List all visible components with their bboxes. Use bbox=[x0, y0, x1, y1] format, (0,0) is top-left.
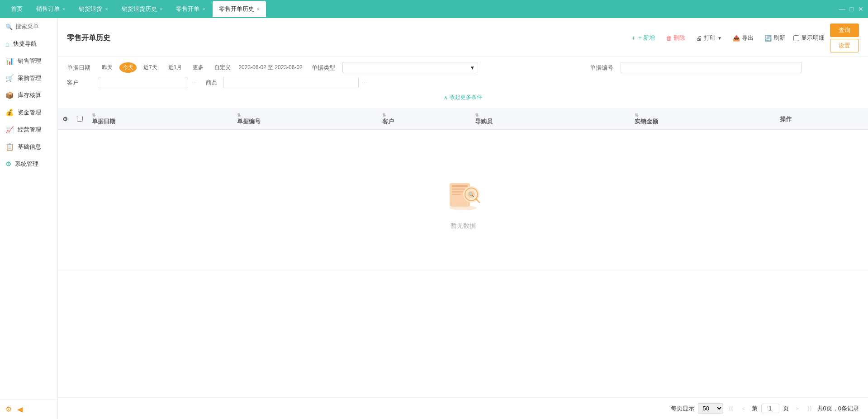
search-icon: 🔍 bbox=[5, 24, 13, 30]
tab-close-sales-order[interactable]: × bbox=[62, 6, 65, 12]
date-btn-7days[interactable]: 近7天 bbox=[139, 62, 161, 73]
select-all-checkbox[interactable] bbox=[77, 116, 83, 122]
add-button[interactable]: ＋ + 新增 bbox=[628, 32, 658, 44]
delete-button[interactable]: 🗑 删除 bbox=[663, 32, 688, 44]
tab-sales-order[interactable]: 销售订单× bbox=[30, 1, 71, 17]
sidebar-item-ops-mgmt[interactable]: 📈经营管理 bbox=[0, 121, 57, 138]
collapse-icon: ∧ bbox=[444, 94, 448, 101]
filter-area: 单据日期 昨天 今天 近7天 近1月 更多 自定义 2023-06-02 至 2… bbox=[58, 56, 868, 109]
col-amount[interactable]: 实销金额 bbox=[630, 109, 775, 130]
close-button[interactable]: ✕ bbox=[858, 5, 863, 13]
empty-cell: 🔍 暂无数据 bbox=[58, 130, 868, 270]
print-button[interactable]: 🖨 打印 ▼ bbox=[693, 32, 725, 44]
sidebar-label-sys-mgmt: 系统管理 bbox=[15, 160, 38, 168]
date-btn-1month[interactable]: 近1月 bbox=[164, 62, 186, 73]
display-detail-label: 显示明细 bbox=[801, 34, 825, 42]
tab-sales-return[interactable]: 销货退货× bbox=[72, 1, 114, 17]
sidebar-search[interactable]: 🔍 搜索采单 bbox=[0, 18, 57, 35]
sidebar-label-quick-nav: 快捷导航 bbox=[13, 40, 37, 48]
query-button[interactable]: 查询 bbox=[830, 24, 859, 37]
tab-sales-return-history[interactable]: 销货退货历史× bbox=[115, 1, 169, 17]
col-date[interactable]: 单据日期 bbox=[87, 109, 232, 130]
goods-dots: ··· bbox=[362, 79, 367, 86]
sidebar-icon-quick-nav: ⌂ bbox=[5, 40, 9, 48]
empty-text: 暂无数据 bbox=[451, 222, 476, 230]
customer-filter-input[interactable] bbox=[98, 77, 188, 88]
content-area: 零售开单历史 ＋ + 新增 🗑 删除 🖨 打印 ▼ 📤 导出 bbox=[58, 18, 868, 419]
export-button[interactable]: 📤 导出 bbox=[730, 32, 756, 44]
col-number-label: 单据编号 bbox=[237, 118, 261, 125]
date-btn-custom[interactable]: 自定义 bbox=[210, 62, 235, 73]
refresh-button[interactable]: 🔄 刷新 bbox=[762, 32, 788, 44]
goods-filter-input[interactable] bbox=[223, 77, 359, 88]
sidebar-item-finance-mgmt[interactable]: 💰资金管理 bbox=[0, 104, 57, 121]
table-gear-header[interactable]: ⚙ bbox=[58, 109, 72, 130]
date-btn-more[interactable]: 更多 bbox=[189, 62, 208, 73]
tab-close-sales-return-history[interactable]: × bbox=[160, 6, 162, 12]
table-checkbox-header[interactable] bbox=[72, 109, 87, 130]
add-label: + 新增 bbox=[638, 34, 655, 42]
col-salesperson[interactable]: 导购员 bbox=[470, 109, 589, 130]
data-table: ⚙ 单据日期 单据编号 bbox=[58, 109, 868, 270]
date-filter: 昨天 今天 近7天 近1月 更多 自定义 bbox=[98, 62, 235, 73]
sidebar-item-purchase-mgmt[interactable]: 🛒采购管理 bbox=[0, 70, 57, 87]
tab-retail-open-history[interactable]: 零售开单历史× bbox=[213, 1, 266, 17]
tab-retail-open[interactable]: 零售开单× bbox=[170, 1, 211, 17]
maximize-button[interactable]: □ bbox=[850, 5, 854, 13]
svg-rect-2 bbox=[452, 185, 468, 187]
settings-button[interactable]: 设置 bbox=[830, 39, 859, 52]
display-detail-check[interactable] bbox=[793, 35, 799, 41]
empty-illustration: 🔍 bbox=[441, 169, 486, 215]
settings-bottom-icon[interactable]: ⚙ bbox=[5, 405, 12, 414]
svg-rect-5 bbox=[452, 194, 461, 195]
type-filter-label: 单据类型 bbox=[312, 64, 339, 72]
type-dropdown-icon: ▾ bbox=[471, 64, 474, 71]
col-number[interactable]: 单据编号 bbox=[232, 109, 378, 130]
col-customer-label: 客户 bbox=[382, 118, 394, 125]
sidebar-item-sales-mgmt[interactable]: 📊销售管理 bbox=[0, 52, 57, 70]
print-label: 打印 bbox=[704, 34, 716, 42]
export-icon: 📤 bbox=[733, 35, 740, 42]
minimize-button[interactable]: — bbox=[839, 5, 845, 13]
sidebar-item-inventory[interactable]: 📦库存核算 bbox=[0, 87, 57, 104]
sort-customer-icon bbox=[382, 113, 466, 118]
sidebar-label-purchase-mgmt: 采购管理 bbox=[18, 74, 41, 82]
page-input[interactable]: 1 bbox=[761, 404, 779, 413]
sidebar-item-quick-nav[interactable]: ⌂快捷导航 bbox=[0, 35, 57, 52]
per-page-select[interactable]: 50 10 20 100 bbox=[698, 403, 723, 414]
sidebar-item-basic-info[interactable]: 📋基础信息 bbox=[0, 138, 57, 155]
collapse-label: 收起更多条件 bbox=[450, 94, 482, 101]
sidebar-bottom: ⚙ ◀ bbox=[0, 399, 57, 419]
table-header-row: ⚙ 单据日期 单据编号 bbox=[58, 109, 868, 130]
last-page-btn[interactable]: ⟩⟩ bbox=[806, 404, 814, 413]
per-page-label: 每页显示 bbox=[671, 405, 694, 413]
col-amount-label: 实销金额 bbox=[635, 118, 658, 125]
col-customer[interactable]: 客户 bbox=[378, 109, 470, 130]
svg-text:🔍: 🔍 bbox=[469, 192, 474, 198]
date-btn-today[interactable]: 今天 bbox=[119, 62, 137, 73]
print-dropdown-icon: ▼ bbox=[717, 36, 722, 41]
number-filter-input[interactable] bbox=[621, 62, 802, 73]
sort-amount-icon bbox=[635, 113, 771, 118]
col-actions: 操作 bbox=[775, 109, 868, 130]
table-area: ⚙ 单据日期 单据编号 bbox=[58, 109, 868, 397]
svg-rect-3 bbox=[452, 188, 465, 190]
customer-filter-label: 客户 bbox=[67, 79, 94, 87]
tab-home[interactable]: 首页 bbox=[5, 1, 29, 17]
collapse-sidebar-icon[interactable]: ◀ bbox=[17, 405, 23, 414]
next-page-btn[interactable]: ＞ bbox=[792, 404, 802, 414]
tab-close-sales-return[interactable]: × bbox=[105, 6, 108, 12]
date-btn-yesterday[interactable]: 昨天 bbox=[98, 62, 117, 73]
display-detail-checkbox[interactable]: 显示明细 bbox=[793, 34, 825, 42]
number-filter-label: 单据编号 bbox=[590, 64, 617, 72]
prev-page-btn[interactable]: ＜ bbox=[739, 404, 748, 414]
empty-state: 🔍 暂无数据 bbox=[62, 133, 863, 266]
sidebar-item-sys-mgmt[interactable]: ⚙系统管理 bbox=[0, 155, 57, 173]
type-filter-select[interactable]: ▾ bbox=[342, 62, 478, 73]
sort-number-icon bbox=[237, 113, 373, 118]
tab-close-retail-open[interactable]: × bbox=[202, 6, 205, 12]
tab-close-retail-open-history[interactable]: × bbox=[257, 6, 260, 12]
collapse-more-btn[interactable]: ∧ 收起更多条件 bbox=[67, 92, 859, 103]
first-page-btn[interactable]: ⟨⟨ bbox=[727, 404, 735, 413]
sidebar-icon-finance-mgmt: 💰 bbox=[5, 108, 14, 117]
